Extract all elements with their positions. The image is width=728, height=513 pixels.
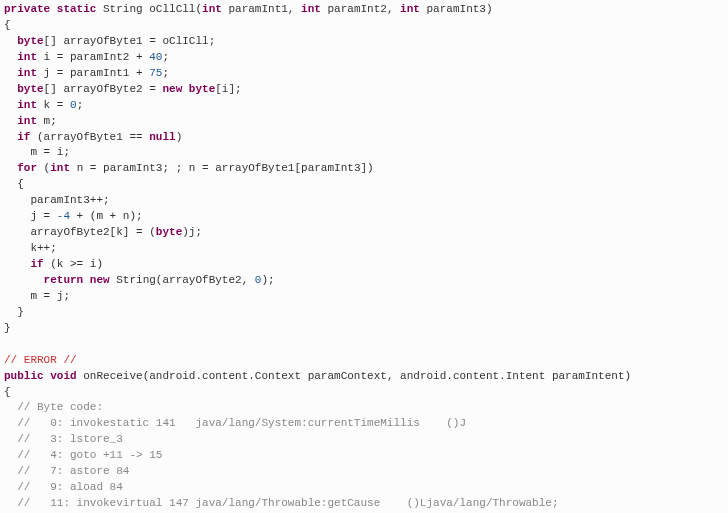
- code-line: // 3: lstore_3: [4, 432, 724, 448]
- code-line: {: [4, 177, 724, 193]
- code-line: byte[] arrayOfByte1 = oClICll;: [4, 34, 724, 50]
- code-line: if (k >= i): [4, 257, 724, 273]
- code-line: paramInt3++;: [4, 193, 724, 209]
- code-line: private static String oCllCll(int paramI…: [4, 2, 724, 18]
- code-line: [4, 337, 724, 353]
- code-line: k++;: [4, 241, 724, 257]
- code-line: // 9: aload 84: [4, 480, 724, 496]
- code-line: if (arrayOfByte1 == null): [4, 130, 724, 146]
- code-line: {: [4, 385, 724, 401]
- code-line: {: [4, 18, 724, 34]
- code-line: // 4: goto +11 -> 15: [4, 448, 724, 464]
- code-line: byte[] arrayOfByte2 = new byte[i];: [4, 82, 724, 98]
- code-line: public void onReceive(android.content.Co…: [4, 369, 724, 385]
- code-line: }: [4, 305, 724, 321]
- code-line: for (int n = paramInt3; ; n = arrayOfByt…: [4, 161, 724, 177]
- code-line: // ERROR //: [4, 353, 724, 369]
- code-line: m = i;: [4, 145, 724, 161]
- code-line: arrayOfByte2[k] = (byte)j;: [4, 225, 724, 241]
- code-line: // Byte code:: [4, 400, 724, 416]
- code-line: // 11: invokevirtual 147 java/lang/Throw…: [4, 496, 724, 512]
- code-line: j = -4 + (m + n);: [4, 209, 724, 225]
- code-line: int k = 0;: [4, 98, 724, 114]
- code-line: return new String(arrayOfByte2, 0);: [4, 273, 724, 289]
- code-line: // 0: invokestatic 141 java/lang/System:…: [4, 416, 724, 432]
- code-line: int j = paramInt1 + 75;: [4, 66, 724, 82]
- code-block: private static String oCllCll(int paramI…: [0, 0, 728, 513]
- code-line: }: [4, 321, 724, 337]
- code-line: m = j;: [4, 289, 724, 305]
- code-line: // 7: astore 84: [4, 464, 724, 480]
- code-line: int m;: [4, 114, 724, 130]
- code-line: int i = paramInt2 + 40;: [4, 50, 724, 66]
